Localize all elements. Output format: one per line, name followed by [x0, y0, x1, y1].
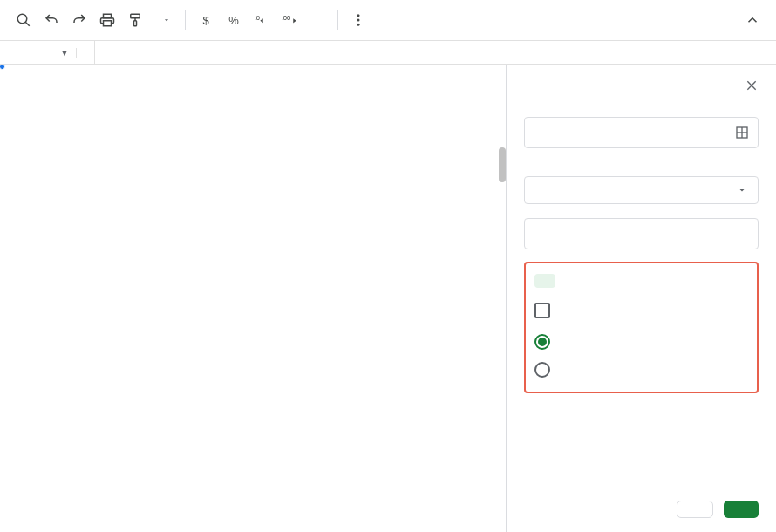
svg-text:.00: .00 [282, 14, 291, 22]
apply-range-input[interactable] [524, 117, 759, 148]
help-text-checkbox[interactable] [534, 303, 550, 318]
svg-rect-5 [134, 21, 137, 26]
toolbar: $ % .0 .00 [0, 0, 776, 40]
svg-text:.0: .0 [255, 14, 260, 22]
help-text-checkbox-row[interactable] [534, 303, 748, 318]
collapse-toolbar-icon[interactable] [739, 7, 766, 33]
chevron-down-icon: ▼ [60, 48, 69, 58]
reject-radio-row[interactable] [534, 362, 748, 378]
panel-header [524, 78, 759, 92]
selection-outline [0, 65, 3, 68]
separator [185, 10, 186, 30]
svg-point-10 [357, 24, 360, 26]
formula-bar-row: ▼ [0, 40, 776, 65]
warning-radio[interactable] [534, 334, 550, 350]
more-icon[interactable] [345, 7, 371, 33]
grid-icon [735, 126, 749, 140]
svg-rect-4 [131, 14, 140, 18]
svg-rect-3 [104, 21, 112, 26]
criteria-text-input[interactable] [524, 218, 759, 249]
print-icon[interactable] [94, 7, 120, 33]
paint-format-icon[interactable] [122, 7, 148, 33]
panel-footer [524, 487, 759, 518]
fx-label [77, 41, 95, 64]
criteria-dropdown[interactable] [524, 176, 759, 204]
name-box[interactable]: ▼ [0, 48, 77, 58]
decrease-decimal-icon[interactable]: .0 [248, 7, 275, 33]
close-icon[interactable] [745, 78, 759, 92]
scrollbar-vertical[interactable] [499, 147, 506, 182]
chevron-down-icon [737, 185, 747, 195]
formula-input[interactable] [95, 41, 776, 64]
increase-decimal-icon[interactable]: .00 [276, 7, 303, 33]
svg-point-0 [17, 14, 27, 24]
undo-icon[interactable] [38, 7, 65, 33]
svg-line-1 [25, 22, 30, 26]
percent-button[interactable]: % [221, 7, 247, 33]
search-icon[interactable] [10, 7, 37, 33]
separator [337, 10, 338, 30]
spreadsheet[interactable] [0, 65, 506, 532]
zoom-dropdown[interactable] [150, 16, 178, 24]
remove-rule-button[interactable] [677, 501, 713, 518]
currency-button[interactable]: $ [193, 7, 219, 33]
reject-radio[interactable] [534, 362, 550, 378]
done-button[interactable] [724, 501, 759, 518]
number-format-button[interactable] [304, 7, 330, 33]
main-area [0, 65, 776, 532]
svg-point-8 [357, 14, 360, 17]
data-validation-panel [506, 65, 776, 532]
svg-point-9 [357, 19, 360, 22]
selection-handle[interactable] [0, 65, 5, 70]
redo-icon[interactable] [66, 7, 92, 33]
warning-radio-row[interactable] [534, 334, 748, 350]
advanced-options-box [524, 262, 759, 393]
advanced-options-chip[interactable] [534, 274, 555, 288]
